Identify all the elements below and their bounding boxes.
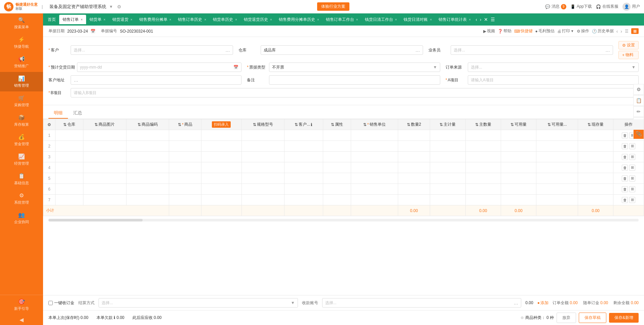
customer-input[interactable]: 选择... … — [71, 45, 233, 55]
sidebar-item-navigation[interactable]: ⚡ 快捷导航 — [0, 33, 43, 52]
row-1-main-qty[interactable] — [465, 130, 501, 141]
th-scan[interactable]: 扫码录入 — [201, 119, 241, 130]
row-5-delete-btn[interactable]: 🗑 — [622, 175, 628, 181]
th-spec[interactable]: ⇅规格型号 — [241, 119, 284, 130]
row-3-delete-btn[interactable]: 🗑 — [622, 154, 628, 160]
th-attribute[interactable]: ⇅属性 — [323, 119, 351, 130]
tab-home[interactable]: 首页 — [44, 15, 59, 24]
tab-daily-workbench[interactable]: 钱货日清工作台 × — [362, 15, 401, 24]
save-draft-button[interactable]: 保存草稿 — [579, 313, 606, 323]
row-1-warehouse[interactable] — [55, 130, 83, 141]
row-4-main-qty[interactable] — [465, 162, 501, 173]
sidebar-item-sales[interactable]: 📊 销售管理 — [0, 72, 43, 91]
tab-sales-order[interactable]: 销售订单 × — [59, 15, 86, 24]
scan-button[interactable]: 扫码录入 — [212, 121, 231, 128]
row-6-delete-btn[interactable]: 🗑 — [622, 186, 628, 192]
tab-return-history-close[interactable]: × — [270, 18, 272, 22]
project-a-input[interactable]: 请输入A项目 — [468, 75, 639, 85]
row-3-main-unit[interactable] — [430, 152, 465, 162]
row-6-image[interactable] — [83, 184, 126, 195]
row-3-unit[interactable] — [351, 152, 398, 162]
tab-sales-return-close[interactable]: × — [130, 18, 132, 22]
online-service-item[interactable]: 🎧 在线客服 — [596, 4, 618, 9]
sidebar-item-purchase[interactable]: 🛒 采购管理 — [0, 91, 43, 111]
row-4-delete-btn[interactable]: 🗑 — [622, 165, 628, 171]
row-6-main-qty[interactable] — [465, 184, 501, 195]
row-1-unit[interactable] — [351, 130, 398, 141]
row-4-spec[interactable] — [241, 162, 284, 173]
row-4-image[interactable] — [83, 162, 126, 173]
tab-daily-workbench-close[interactable]: × — [395, 18, 397, 22]
th-image[interactable]: ⇅商品图片 — [83, 119, 126, 130]
delivery-input[interactable]: yyyy-mm-dd 📅 — [77, 63, 242, 72]
warehouse-input[interactable]: 成品库 … — [261, 45, 423, 55]
tab-sales-return[interactable]: 销货退货 × — [109, 15, 136, 24]
row-2-warehouse[interactable] — [55, 141, 83, 152]
th-available2[interactable]: ⇅可用量... — [536, 119, 578, 130]
row-2-code[interactable] — [126, 141, 169, 152]
sidebar-item-marketing[interactable]: 📢 营销推广 — [0, 52, 43, 72]
profit-link[interactable]: ● 毛利预估 — [535, 28, 555, 34]
row-5-image[interactable] — [83, 173, 126, 184]
row-6-code[interactable] — [126, 184, 169, 195]
row-2-attribute[interactable] — [323, 141, 351, 152]
row-2-available[interactable] — [501, 141, 536, 152]
row-1-attribute[interactable] — [323, 130, 351, 141]
add-material-button[interactable]: + 物料 — [618, 51, 639, 59]
th-available[interactable]: ⇅可用量 — [501, 119, 536, 130]
tab-order-workbench-close[interactable]: × — [356, 18, 358, 22]
row-3-copy-btn[interactable]: ⊞ — [629, 154, 635, 160]
row-3-available2[interactable] — [536, 152, 578, 162]
row-1-spec[interactable] — [241, 130, 284, 141]
row-3-stock[interactable] — [578, 152, 613, 162]
row-4-customer-code[interactable] — [285, 162, 323, 173]
row-5-main-qty[interactable] — [465, 173, 501, 184]
sidebar-item-operations[interactable]: 📈 经营管理 — [0, 150, 43, 169]
row-2-image[interactable] — [83, 141, 126, 152]
row-5-product[interactable] — [169, 173, 201, 184]
row-1-image[interactable] — [83, 130, 126, 141]
th-main-unit[interactable]: ⇅主计量 — [430, 119, 465, 130]
row-1-delete-btn[interactable]: 🗑 — [622, 132, 628, 138]
row-7-product[interactable] — [169, 195, 201, 205]
row-6-customer-code[interactable] — [285, 184, 323, 195]
row-5-attribute[interactable] — [323, 173, 351, 184]
row-4-copy-btn[interactable]: ⊞ — [629, 165, 635, 171]
row-6-copy-btn[interactable]: ⊞ — [629, 186, 635, 192]
row-1-main-unit[interactable] — [430, 130, 465, 141]
row-3-code[interactable] — [126, 152, 169, 162]
row-5-stock[interactable] — [578, 173, 613, 184]
row-6-main-unit[interactable] — [430, 184, 465, 195]
tab-daily-reconcile-close[interactable]: × — [430, 18, 432, 22]
sidebar-item-finance[interactable]: 💰 资金管理 — [0, 130, 43, 150]
order-source-input[interactable]: 选择... ▼ — [468, 63, 639, 72]
row-1-code[interactable] — [126, 130, 169, 141]
row-5-customer-code[interactable] — [285, 173, 323, 184]
row-7-image[interactable] — [83, 195, 126, 205]
grid-view-icon[interactable]: ▦ — [631, 28, 639, 34]
row-4-qty2[interactable] — [398, 162, 430, 173]
tab-order-stats[interactable]: 销售订单统计表 × — [435, 15, 474, 24]
preview-link[interactable]: ▶ 视频 — [483, 28, 495, 34]
row-5-warehouse[interactable] — [55, 173, 83, 184]
right-btn-1[interactable]: ⚙ — [633, 84, 644, 95]
app-download-item[interactable]: 📱 App下载 — [570, 4, 592, 9]
tab-invoice-history-close[interactable]: × — [235, 18, 237, 22]
row-7-main-unit[interactable] — [430, 195, 465, 205]
scroll-area[interactable] — [43, 216, 644, 224]
row-5-available2[interactable] — [536, 173, 578, 184]
solution-button[interactable]: 体验行业方案 — [317, 2, 349, 11]
help-link[interactable]: ❓ 帮助 — [498, 28, 512, 34]
one-click-checkbox-label[interactable]: 一键收订金 — [48, 300, 74, 306]
shortcut-link[interactable]: ⌨ 快捷键 — [514, 28, 533, 34]
list-view-icon[interactable]: ☰ — [625, 29, 629, 34]
tab-sales-expense[interactable]: 销售费用分摊单 × — [136, 15, 175, 24]
row-1-product[interactable] — [169, 130, 201, 141]
sidebar-item-system[interactable]: ⚙ 系统管理 — [0, 189, 43, 208]
row-7-qty2[interactable] — [398, 195, 430, 205]
right-btn-5[interactable]: 📎 — [633, 128, 644, 139]
save-new-button[interactable]: 保存&新增 — [609, 313, 639, 323]
row-6-spec[interactable] — [241, 184, 284, 195]
row-6-qty2[interactable] — [398, 184, 430, 195]
row-2-customer-code[interactable] — [285, 141, 323, 152]
